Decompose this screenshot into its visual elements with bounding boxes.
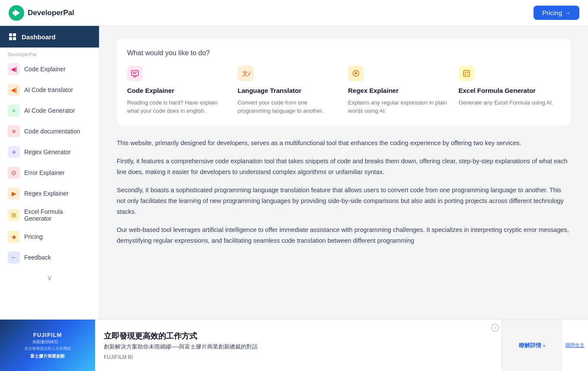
- sidebar-item-label: Excel Formula Generator: [24, 208, 91, 222]
- sidebar-item-ai-code-translator[interactable]: ◀| AI Code translator: [0, 79, 99, 100]
- feature-item-title: Excel Formula Generator: [459, 86, 561, 95]
- svg-text:文A: 文A: [242, 70, 250, 77]
- ad-image-brand: 富士膠片商業創新: [30, 353, 65, 359]
- excel-formula-generator-icon: ⊞: [8, 209, 20, 221]
- ad-info: i: [489, 320, 502, 371]
- feature-card-title: What would you like to do?: [127, 49, 560, 57]
- feature-item-excel-formula[interactable]: Excel Formula Generator Generate any Exc…: [459, 66, 561, 115]
- sidebar-item-label: Regex Explainer: [24, 190, 91, 197]
- ad-cta: 瞭解詳情 ›: [502, 320, 562, 371]
- ad-image-text1: 推動數碼轉型：: [32, 339, 63, 345]
- sidebar-section-label: DeveloperPal: [0, 48, 99, 59]
- dashboard-label: Dashboard: [22, 33, 55, 41]
- feature-item-code-explainer[interactable]: Code Explainer Reading code is hard? Hav…: [127, 66, 229, 115]
- logo-icon: [9, 5, 24, 21]
- sidebar-item-label: Error Explainer: [24, 169, 91, 176]
- sidebar-item-label: Regex Generator: [24, 149, 91, 155]
- ad-close-button[interactable]: 關閉全文: [566, 342, 585, 349]
- logo-area: DeveloperPal: [9, 5, 74, 21]
- feature-item-title: Language Translator: [238, 86, 340, 95]
- fuji-logo: FUJIFILM: [33, 332, 62, 338]
- sidebar-item-feedback[interactable]: ← Feedback: [0, 247, 99, 268]
- feature-item-regex-explainer[interactable]: Regex Explainer Explains any regular exp…: [348, 66, 450, 115]
- svg-marker-12: [355, 71, 357, 75]
- ad-image-text2: 充分發揮資訊與人才的潛能: [24, 346, 71, 352]
- body-paragraph-4: Our web-based tool leverages artificial …: [117, 225, 571, 246]
- svg-rect-7: [131, 70, 138, 76]
- logo-text: DeveloperPal: [28, 9, 74, 17]
- error-explainer-icon: ⊙: [8, 167, 20, 179]
- sidebar-item-regex-explainer[interactable]: ▶ Regex Explainer: [0, 183, 99, 204]
- sidebar-item-code-explainer[interactable]: ◀| Code Explainer: [0, 59, 99, 79]
- code-explainer-feature-icon: [127, 66, 143, 81]
- features-grid: Code Explainer Reading code is hard? Hav…: [127, 66, 560, 115]
- feature-item-desc: Generate any Excel Formula using AI.: [459, 98, 561, 107]
- regex-explainer-icon: ▶: [8, 187, 20, 200]
- sidebar-item-ai-code-generator[interactable]: + AI Code Generator: [0, 100, 99, 121]
- svg-rect-3: [9, 33, 12, 36]
- ad-info-icon[interactable]: i: [491, 324, 499, 332]
- feature-item-desc: Reading code is hard? Have explain what …: [127, 98, 229, 115]
- ad-content-brand: FUJIFILM BI: [104, 354, 480, 360]
- code-documentation-icon: ≡: [8, 125, 20, 137]
- regex-explainer-feature-icon: [348, 66, 364, 81]
- regex-generator-icon: ≡: [8, 146, 20, 158]
- body-paragraph-1: This website, primarily designed for dev…: [117, 138, 571, 149]
- sidebar-item-code-documentation[interactable]: ≡ Code documentation: [0, 121, 99, 142]
- svg-point-2: [13, 11, 16, 15]
- sidebar-item-excel-formula-generator[interactable]: ⊞ Excel Formula Generator: [0, 204, 99, 226]
- language-translator-feature-icon: 文A: [238, 66, 253, 81]
- pricing-header-button[interactable]: Pricing →: [534, 6, 579, 20]
- ad-banner: FUJIFILM 推動數碼轉型： 充分發揮資訊與人才的潛能 富士膠片商業創新 立…: [0, 319, 588, 371]
- feature-item-language-translator[interactable]: 文A Language Translator Convert your code…: [238, 66, 340, 115]
- feedback-icon: ←: [8, 251, 20, 263]
- ad-image: FUJIFILM 推動數碼轉型： 充分發揮資訊與人才的潛能 富士膠片商業創新: [0, 320, 95, 371]
- sidebar-item-label: AI Code Generator: [24, 107, 91, 114]
- svg-rect-13: [463, 70, 470, 76]
- header: DeveloperPal Pricing →: [0, 0, 588, 26]
- sidebar-item-label: Feedback: [24, 254, 91, 261]
- sidebar-item-label: Code Explainer: [24, 66, 91, 73]
- sidebar-item-pricing[interactable]: ◈ Pricing: [0, 226, 99, 247]
- ad-content-sub: 創新解決方案助你未雨綢繆──與富士膠片商業創新總裁的對話: [104, 343, 480, 351]
- ai-code-generator-icon: +: [8, 105, 20, 117]
- body-paragraph-2: Firstly, it features a comprehensive cod…: [117, 156, 571, 177]
- svg-rect-5: [9, 37, 12, 40]
- svg-rect-4: [13, 33, 16, 36]
- feature-item-title: Regex Explainer: [348, 86, 450, 95]
- svg-rect-6: [13, 37, 16, 40]
- feature-item-title: Code Explainer: [127, 86, 229, 95]
- ad-content: 立即發現更高效的工作方式 創新解決方案助你未雨綢繆──與富士膠片商業創新總裁的對…: [95, 320, 489, 371]
- excel-formula-feature-icon: [459, 66, 474, 81]
- pricing-icon: ◈: [8, 231, 20, 243]
- feature-card: What would you like to do? Code Explaine…: [117, 39, 571, 126]
- sidebar-item-dashboard[interactable]: Dashboard: [0, 26, 99, 48]
- sidebar-item-label: AI Code translator: [24, 86, 91, 93]
- sidebar-item-error-explainer[interactable]: ⊙ Error Explainer: [0, 162, 99, 183]
- sidebar-item-regex-generator[interactable]: ≡ Regex Generator: [0, 142, 99, 162]
- dashboard-icon: [8, 32, 17, 41]
- code-explainer-icon: ◀|: [8, 63, 20, 75]
- feature-item-desc: Convert your code from one programming l…: [238, 98, 340, 115]
- ai-code-translator-icon: ◀|: [8, 84, 20, 96]
- feature-item-desc: Explains any regular expression in plain…: [348, 98, 450, 115]
- ad-cta-button[interactable]: 瞭解詳情 ›: [519, 342, 545, 349]
- sidebar-item-label: Pricing: [24, 233, 91, 240]
- ad-close-row: 關閉全文: [562, 320, 588, 371]
- sidebar-chevron[interactable]: ∨: [0, 270, 99, 286]
- body-paragraph-3: Secondly, it boasts a sophisticated prog…: [117, 185, 571, 217]
- ad-content-title: 立即發現更高效的工作方式: [104, 331, 480, 341]
- sidebar-item-label: Code documentation: [24, 128, 91, 135]
